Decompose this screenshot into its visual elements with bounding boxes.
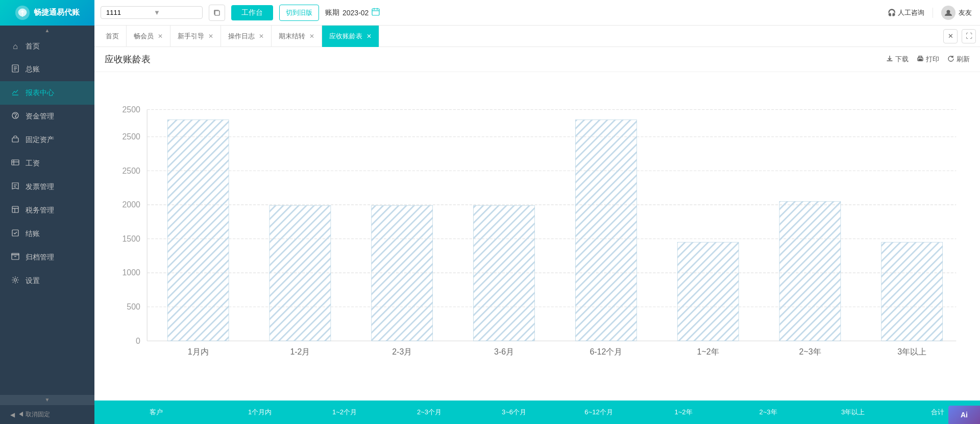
svg-text:3-6月: 3-6月 <box>494 347 514 356</box>
tab-member-label: 畅会员 <box>134 32 154 41</box>
ledger-icon <box>10 64 20 75</box>
svg-text:2-3月: 2-3月 <box>392 347 412 356</box>
sidebar-label-salary: 工资 <box>26 159 40 168</box>
fullscreen-button[interactable]: ⛶ <box>962 29 976 43</box>
ai-assistant-badge[interactable]: Ai <box>948 406 980 424</box>
tabs-bar: 首页 畅会员 ✕ 新手引导 ✕ 操作日志 ✕ 期末结转 ✕ 应收账龄表 ✕ <box>94 26 980 47</box>
svg-text:2000: 2000 <box>122 200 140 209</box>
svg-point-11 <box>12 112 18 119</box>
chart-container: 0 500 1000 1500 2000 2500 2500 2500 <box>94 72 980 401</box>
refresh-icon <box>947 55 954 64</box>
svg-rect-54 <box>575 120 636 341</box>
avatar <box>941 6 955 20</box>
tab-ar-aging[interactable]: 应收账龄表 ✕ <box>322 26 379 47</box>
tab-ar-aging-label: 应收账龄表 <box>329 32 362 41</box>
download-icon <box>886 55 893 64</box>
user-name: 友友 <box>959 8 972 17</box>
table-col-1-2y: 1~2年 <box>641 408 726 417</box>
tab-home-label: 首页 <box>106 32 119 41</box>
workbench-button[interactable]: 工作台 <box>231 5 273 20</box>
svg-text:0: 0 <box>136 337 140 345</box>
sidebar-item-ledger[interactable]: 总账 <box>0 58 94 81</box>
sidebar-item-salary[interactable]: 工资 <box>0 152 94 175</box>
table-col-2-3m: 2~3个月 <box>387 408 472 417</box>
calendar-icon[interactable] <box>372 8 380 17</box>
chevron-down-icon: ▼ <box>154 9 197 16</box>
tab-member[interactable]: 畅会员 ✕ <box>127 26 170 47</box>
sidebar-item-checkout[interactable]: 结账 <box>0 222 94 246</box>
svg-rect-52 <box>474 205 535 341</box>
switch-version-button[interactable]: 切到旧版 <box>279 5 319 21</box>
company-selector[interactable]: 1111 ▼ <box>101 6 203 19</box>
archive-icon <box>10 252 20 263</box>
sidebar-item-tax[interactable]: 税务管理 <box>0 199 94 222</box>
svg-point-5 <box>947 10 950 13</box>
period-label: 账期 <box>325 8 339 17</box>
sidebar-label-assets: 固定资产 <box>26 135 54 145</box>
svg-rect-56 <box>677 242 739 341</box>
settings-icon <box>10 276 20 286</box>
refresh-button[interactable]: 刷新 <box>947 55 970 64</box>
svg-rect-21 <box>12 230 18 236</box>
scroll-up-indicator[interactable]: ▲ <box>0 26 94 35</box>
tab-home[interactable]: 首页 <box>99 26 127 47</box>
svg-text:2500: 2500 <box>122 167 140 175</box>
divider <box>933 8 933 18</box>
logo-icon <box>15 6 30 20</box>
tab-oplog[interactable]: 操作日志 ✕ <box>221 26 272 47</box>
sidebar-label-ledger: 总账 <box>26 65 40 74</box>
sidebar-label-tax: 税务管理 <box>26 206 54 215</box>
tab-period-close[interactable]: 期末结转 ✕ <box>272 26 322 47</box>
content-area: 首页 畅会员 ✕ 新手引导 ✕ 操作日志 ✕ 期末结转 ✕ 应收账龄表 ✕ <box>94 26 980 424</box>
sidebar-label-funds: 资金管理 <box>26 112 54 121</box>
consult-button[interactable]: 🎧 人工咨询 <box>888 8 924 17</box>
scroll-down-indicator[interactable]: ▼ <box>0 395 94 405</box>
svg-rect-13 <box>12 160 19 165</box>
svg-rect-12 <box>12 138 18 142</box>
print-button[interactable]: 打印 <box>917 55 939 64</box>
svg-text:1~2年: 1~2年 <box>697 347 719 356</box>
sidebar: ▲ ⌂ 首页 总账 报表中心 <box>0 26 94 424</box>
tab-period-close-label: 期末结转 <box>279 32 305 41</box>
svg-point-25 <box>14 279 17 281</box>
tab-ar-aging-close[interactable]: ✕ <box>366 33 372 40</box>
unpin-label: ◀ 取消固定 <box>18 410 50 419</box>
main-layout: ▲ ⌂ 首页 总账 报表中心 <box>0 26 980 424</box>
sidebar-item-invoice[interactable]: 发票管理 <box>0 175 94 199</box>
svg-rect-46 <box>167 120 229 341</box>
sidebar-label-invoice: 发票管理 <box>26 182 54 192</box>
period-area: 账期 2023-02 <box>325 8 380 17</box>
table-header: 客户 1个月内 1~2个月 2~3个月 3~6个月 6~12个月 1~2年 2~… <box>94 401 980 424</box>
sidebar-item-archive[interactable]: 归档管理 <box>0 246 94 269</box>
home-icon: ⌂ <box>10 42 20 51</box>
sidebar-item-reports[interactable]: 报表中心 <box>0 81 94 105</box>
header-right: 🎧 人工咨询 友友 <box>888 6 972 20</box>
table-col-3-6m: 3~6个月 <box>472 408 556 417</box>
svg-text:1500: 1500 <box>122 234 140 243</box>
tab-guide[interactable]: 新手引导 ✕ <box>170 26 221 47</box>
consult-label: 人工咨询 <box>898 8 924 17</box>
close-all-tabs-button[interactable]: ✕ <box>943 29 958 43</box>
sidebar-item-assets[interactable]: 固定资产 <box>0 128 94 152</box>
copy-button[interactable] <box>209 5 225 21</box>
sidebar-label-reports: 报表中心 <box>26 88 54 98</box>
logo-text: 畅捷通易代账 <box>34 8 80 17</box>
sidebar-item-settings[interactable]: 设置 <box>0 269 94 293</box>
tab-period-close-close[interactable]: ✕ <box>309 33 314 40</box>
svg-rect-27 <box>919 59 922 60</box>
salary-icon <box>10 158 20 169</box>
user-area[interactable]: 友友 <box>941 6 972 20</box>
tab-member-close[interactable]: ✕ <box>158 33 163 40</box>
table-col-3y-plus: 3年以上 <box>811 408 895 417</box>
download-button[interactable]: 下载 <box>886 55 909 64</box>
table-col-customer: 客户 <box>94 408 217 417</box>
tab-guide-close[interactable]: ✕ <box>208 33 213 40</box>
cancel-fixed-button[interactable]: ◀ ◀ 取消固定 <box>0 405 94 424</box>
svg-rect-48 <box>270 205 331 341</box>
table-col-1m: 1个月内 <box>217 408 302 417</box>
svg-text:500: 500 <box>127 302 140 311</box>
sidebar-item-home[interactable]: ⌂ 首页 <box>0 35 94 58</box>
tab-oplog-close[interactable]: ✕ <box>259 33 264 40</box>
svg-text:1000: 1000 <box>122 268 140 277</box>
sidebar-item-funds[interactable]: 资金管理 <box>0 105 94 128</box>
